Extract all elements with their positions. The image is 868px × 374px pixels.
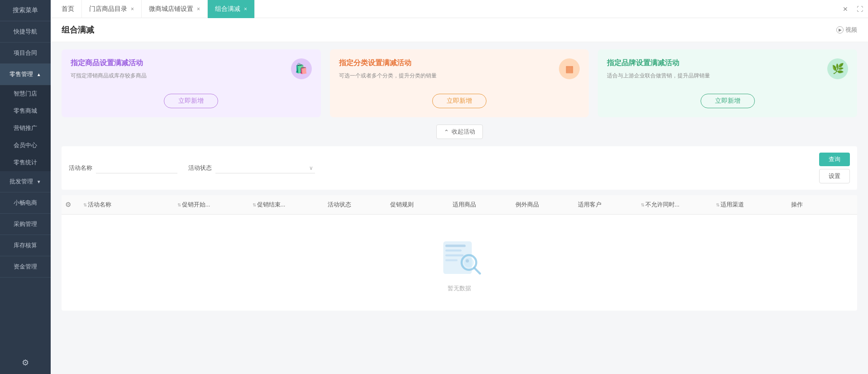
sidebar-sub-retail: 智慧门店 零售商城 营销推广 会员中心 零售统计 <box>0 85 51 171</box>
sidebar-item-retail-mall[interactable]: 零售商城 <box>0 102 51 120</box>
query-button[interactable]: 查询 <box>819 153 850 166</box>
th-gear[interactable]: ⚙ <box>65 201 83 209</box>
th-rule: 促销规则 <box>390 201 453 209</box>
sidebar-settings[interactable]: ⚙ <box>0 351 51 374</box>
th-goods: 适用商品 <box>453 201 515 209</box>
svg-point-6 <box>464 258 474 268</box>
empty-illustration <box>437 237 482 278</box>
th-end[interactable]: ⇅ 促销结束... <box>253 201 328 209</box>
sort-icon-channel: ⇅ <box>716 202 720 207</box>
collapse-bar: ⌃ 收起活动 <box>62 125 857 139</box>
th-status: 活动状态 <box>328 201 390 209</box>
empty-svg <box>437 237 486 278</box>
svg-rect-1 <box>445 245 466 247</box>
table-header: ⚙ ⇅ 活动名称 ⇅ 促销开始... ⇅ 促销结束... 活动状态 促销规则 适… <box>62 195 857 215</box>
tab-close-store-catalog[interactable]: × <box>131 6 134 12</box>
th-notallow[interactable]: ⇅ 不允许同时... <box>641 201 716 209</box>
sidebar-item-xiaochu-ecom[interactable]: 小畅电商 <box>0 192 51 214</box>
filter-name-label: 活动名称 <box>69 164 92 172</box>
sidebar-item-inventory-calc[interactable]: 库存核算 <box>0 235 51 256</box>
expand-arrow-wholesale-icon: ▼ <box>37 179 41 184</box>
th-start[interactable]: ⇅ 促销开始... <box>177 201 253 209</box>
tab-wechat-store[interactable]: 微商城店铺设置 × <box>142 0 208 18</box>
tab-close-wechat-store[interactable]: × <box>197 6 200 12</box>
sort-icon-start: ⇅ <box>177 202 181 207</box>
filter-name-item: 活动名称 <box>69 163 177 173</box>
sort-icon-notallow: ⇅ <box>641 202 644 207</box>
activity-card-category: ▦ 指定分类设置满减活动 可选一个或者多个分类，提升分类的销量 立即新增 <box>330 49 589 117</box>
sort-icon-end: ⇅ <box>253 202 256 207</box>
tab-right-icons: ✕ ⛶ <box>841 5 864 14</box>
card-brand-add-btn[interactable]: 立即新增 <box>701 94 755 108</box>
sidebar-item-smart-store[interactable]: 智慧门店 <box>0 85 51 102</box>
tab-home[interactable]: 首页 <box>54 0 82 18</box>
card-product-icon: 🛍️ <box>291 58 312 79</box>
content-area: 🛍️ 指定商品设置满减活动 可指定滞销商品或库存较多商品 立即新增 ▦ 指定分类… <box>51 42 868 374</box>
close-window-icon[interactable]: ✕ <box>841 5 850 14</box>
th-op: 操作 <box>791 201 854 209</box>
th-channel[interactable]: ⇅ 适用渠道 <box>716 201 791 209</box>
tab-close-combo-discount[interactable]: × <box>244 6 247 12</box>
sidebar-item-member-center[interactable]: 会员中心 <box>0 137 51 154</box>
page-header: 组合满减 ▶ 视频 <box>51 18 868 42</box>
sidebar-search[interactable]: 搜索菜单 <box>0 0 51 21</box>
activity-cards: 🛍️ 指定商品设置满减活动 可指定滞销商品或库存较多商品 立即新增 ▦ 指定分类… <box>62 49 857 117</box>
card-category-title: 指定分类设置满减活动 <box>339 58 580 68</box>
expand-arrow-icon: ▲ <box>37 72 41 77</box>
card-product-title: 指定商品设置满减活动 <box>71 58 312 68</box>
sidebar-item-purchase-mgmt[interactable]: 采购管理 <box>0 214 51 235</box>
main-wrapper: 首页 门店商品目录 × 微商城店铺设置 × 组合满减 × ✕ ⛶ 组合满减 ▶ … <box>51 0 868 374</box>
sidebar-item-retail-stats[interactable]: 零售统计 <box>0 154 51 171</box>
chevron-up-icon: ⌃ <box>444 129 449 135</box>
card-brand-desc: 适合与上游企业联合做营销，提升品牌销量 <box>607 72 848 87</box>
svg-point-8 <box>466 259 469 263</box>
page-title: 组合满减 <box>62 24 94 35</box>
card-product-add-btn[interactable]: 立即新增 <box>164 94 218 108</box>
sidebar-item-quick-nav[interactable]: 快捷导航 <box>0 21 51 43</box>
th-name[interactable]: ⇅ 活动名称 <box>83 201 177 209</box>
tab-store-catalog[interactable]: 门店商品目录 × <box>82 0 142 18</box>
collapse-btn[interactable]: ⌃ 收起活动 <box>436 125 483 139</box>
empty-state: 暂无数据 <box>62 215 857 311</box>
activity-card-product: 🛍️ 指定商品设置满减活动 可指定滞销商品或库存较多商品 立即新增 <box>62 49 321 117</box>
tab-combo-discount[interactable]: 组合满减 × <box>208 0 255 18</box>
sidebar-item-retail-mgmt[interactable]: 零售管理 ▲ <box>0 64 51 85</box>
svg-line-7 <box>474 268 480 274</box>
filter-status-item: 活动状态 ∨ <box>188 163 315 173</box>
sort-icon-name: ⇅ <box>83 202 87 207</box>
filter-row: 活动名称 活动状态 ∨ 查询 设置 <box>62 146 857 190</box>
activity-card-brand: 🌿 指定品牌设置满减活动 适合与上游企业联合做营销，提升品牌销量 立即新增 <box>598 49 857 117</box>
card-brand-title: 指定品牌设置满减活动 <box>607 58 848 68</box>
filter-status-select[interactable]: ∨ <box>215 163 315 173</box>
svg-rect-2 <box>445 249 462 252</box>
gear-icon: ⚙ <box>22 358 29 367</box>
table-settings-icon[interactable]: ⚙ <box>65 201 71 208</box>
card-category-add-btn[interactable]: 立即新增 <box>432 94 486 108</box>
video-button[interactable]: ▶ 视频 <box>836 26 857 34</box>
sidebar: 搜索菜单 快捷导航 项目合同 零售管理 ▲ 智慧门店 零售商城 营销推广 会员中… <box>0 0 51 374</box>
sidebar-item-project-contract[interactable]: 项目合同 <box>0 43 51 64</box>
sidebar-item-wholesale-mgmt[interactable]: 批发管理 ▼ <box>0 171 51 192</box>
table-container: ⚙ ⇅ 活动名称 ⇅ 促销开始... ⇅ 促销结束... 活动状态 促销规则 适… <box>62 195 857 311</box>
chevron-down-icon: ∨ <box>309 165 313 171</box>
maximize-window-icon[interactable]: ⛶ <box>855 5 864 14</box>
card-category-desc: 可选一个或者多个分类，提升分类的销量 <box>339 72 580 87</box>
card-brand-icon: 🌿 <box>827 58 848 79</box>
sidebar-item-marketing[interactable]: 营销推广 <box>0 120 51 137</box>
play-circle-icon: ▶ <box>836 26 844 34</box>
th-customer: 适用客户 <box>578 201 640 209</box>
empty-text: 暂无数据 <box>448 284 471 292</box>
filter-actions: 查询 设置 <box>819 153 850 183</box>
svg-rect-4 <box>445 259 458 262</box>
svg-rect-3 <box>445 254 464 257</box>
th-exception: 例外商品 <box>515 201 578 209</box>
tab-bar: 首页 门店商品目录 × 微商城店铺设置 × 组合满减 × ✕ ⛶ <box>51 0 868 18</box>
setting-button[interactable]: 设置 <box>819 169 850 183</box>
filter-name-input[interactable] <box>96 163 177 173</box>
card-product-desc: 可指定滞销商品或库存较多商品 <box>71 72 312 87</box>
sidebar-item-funds-mgmt[interactable]: 资金管理 <box>0 256 51 278</box>
filter-status-label: 活动状态 <box>188 164 212 172</box>
